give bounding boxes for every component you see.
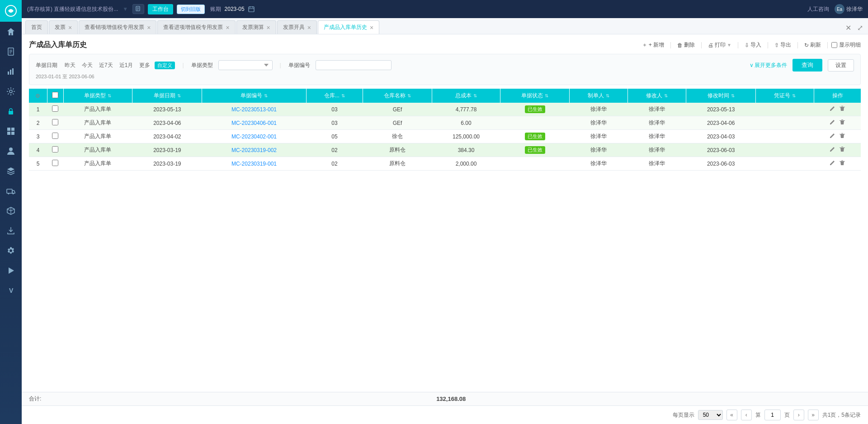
settings-button[interactable]: 设置 [828,59,854,71]
show-detail-checkbox[interactable] [831,42,837,48]
sidebar-item-home[interactable] [0,22,22,42]
cell-number[interactable]: MC-20230513-001 [202,103,307,116]
sort-modifier-icon[interactable]: ⇅ [664,93,668,98]
row-delete-btn[interactable] [839,105,845,113]
sidebar-item-v[interactable]: V [0,281,22,300]
sidebar-item-truck[interactable] [0,181,22,201]
sort-status-icon[interactable]: ⇅ [545,93,548,98]
query-button[interactable]: 查询 [793,59,822,71]
tab-invoice-calc[interactable]: 发票测算 × [236,20,276,34]
sort-creator-icon[interactable]: ⇅ [606,93,609,98]
cell-number[interactable]: MC-20230319-002 [202,143,307,157]
doc-icon[interactable] [132,4,144,14]
new-button[interactable]: ＋ + 新增 [639,40,667,50]
action-divider5 [797,42,798,48]
th-actions-label: 操作 [832,92,843,99]
row-edit-btn[interactable] [829,160,835,167]
current-page-input[interactable] [764,410,781,420]
per-page-select[interactable]: 50 20 100 [698,410,723,420]
prev-page-btn[interactable]: ‹ [741,410,752,420]
row-checkbox[interactable] [52,160,58,166]
tab-invoice-close[interactable]: × [68,24,72,31]
sort-voucher-icon[interactable]: ⇅ [792,93,796,98]
first-page-btn[interactable]: « [726,410,737,420]
sidebar-item-layers[interactable] [0,161,22,181]
sidebar-item-chart[interactable] [0,62,22,81]
sidebar-item-grid[interactable] [0,121,22,141]
row-edit-btn[interactable] [829,133,835,140]
export-button[interactable]: ⇧ 导出 [772,40,794,50]
date-opt-today[interactable]: 今天 [80,61,94,70]
expand-conditions-btn[interactable]: ∨ 展开更多条件 [750,62,787,69]
tab-input-vat-close[interactable]: × [226,24,229,31]
cell-number[interactable]: MC-20230402-001 [202,130,307,143]
sort-wh-name-icon[interactable]: ⇅ [407,93,411,98]
row-delete-btn[interactable] [839,146,845,154]
row-edit-btn[interactable] [829,105,835,113]
sidebar-item-lock[interactable] [0,101,22,121]
tab-sales-vat-close[interactable]: × [147,24,151,31]
tab-invoice-calc-close[interactable]: × [267,24,270,31]
sidebar-item-box[interactable] [0,201,22,221]
cell-number[interactable]: MC-20230319-001 [202,157,307,171]
last-page-btn[interactable]: » [808,410,819,420]
table-row: 4 产品入库单 2023-03-19 MC-20230319-002 02 原料… [29,143,861,157]
row-delete-btn[interactable] [839,119,845,127]
tab-product-inbound-close[interactable]: × [370,24,373,31]
tab-product-inbound[interactable]: 产成品入库单历史 × [318,20,379,34]
number-filter-input[interactable] [316,60,392,70]
date-custom-btn[interactable]: 自定义 [155,62,175,69]
sidebar-item-play[interactable] [0,261,22,281]
row-checkbox[interactable] [52,119,58,125]
sort-date-icon[interactable]: ⇅ [177,93,181,98]
cell-number[interactable]: MC-20230406-001 [202,116,307,130]
type-filter-select[interactable] [218,60,273,70]
row-delete-btn[interactable] [839,133,845,140]
tab-invoice[interactable]: 发票 × [49,20,78,34]
tab-close-all[interactable]: ✕ [844,23,853,32]
row-edit-btn[interactable] [829,119,835,127]
tab-invoice-open-close[interactable]: × [307,24,311,31]
date-filter-label: 单据日期 [36,62,57,69]
sidebar-item-settings2[interactable] [0,81,22,101]
tab-invoice-open[interactable]: 发票开具 × [277,20,317,34]
sort-type-icon[interactable]: ⇅ [108,93,111,98]
tab-input-vat[interactable]: 查看进项增值税专用发票 × [157,20,235,34]
sort-cost-icon[interactable]: ⇅ [473,93,477,98]
sort-number-icon[interactable]: ⇅ [264,93,268,98]
tab-home[interactable]: 首页 [25,20,48,34]
sort-mtime-icon[interactable]: ⇅ [731,93,735,98]
select-all-checkbox[interactable] [52,92,58,98]
date-opt-yesterday[interactable]: 昨天 [63,61,77,70]
row-checkbox[interactable] [52,105,58,112]
show-detail-toggle[interactable]: 显示明细 [831,41,861,49]
svg-rect-9 [9,111,13,114]
row-edit-btn[interactable] [829,146,835,154]
workbench-button[interactable]: 工作台 [148,4,173,14]
row-delete-btn[interactable] [839,160,845,167]
date-opt-7days[interactable]: 近7天 [97,61,115,70]
next-page-btn[interactable]: › [793,410,804,420]
switch-version-button[interactable]: 切到旧版 [177,5,205,14]
import-button[interactable]: ⇩ 导入 [742,40,764,50]
calendar-icon[interactable] [248,6,255,12]
refresh-button[interactable]: ↻ 刷新 [802,40,824,50]
date-opt-more[interactable]: 更多 [137,61,152,70]
settings-gear-icon[interactable]: ⚙ [35,93,40,99]
date-opt-1month[interactable]: 近1月 [118,61,135,70]
row-checkbox[interactable] [52,146,58,152]
help-label[interactable]: 人工咨询 [807,5,829,13]
delete-button[interactable]: 🗑 删除 [675,40,698,50]
tab-sales-vat[interactable]: 查看销项增值税专用发票 × [79,20,156,34]
print-dropdown-arrow: ▼ [727,43,731,48]
sidebar-item-invoice[interactable] [0,42,22,62]
sidebar-item-download[interactable] [0,221,22,241]
footer-sum: 合计: [29,395,41,403]
user-menu[interactable]: Ea 徐泽华 [835,4,863,14]
row-checkbox[interactable] [52,133,58,139]
sidebar-item-settings3[interactable] [0,241,22,261]
tab-maximize[interactable]: ⤢ [855,23,864,32]
sidebar-item-person[interactable] [0,141,22,161]
sort-wh-code-icon[interactable]: ⇅ [341,93,345,98]
print-button[interactable]: 🖨 打印 ▼ [705,40,734,50]
